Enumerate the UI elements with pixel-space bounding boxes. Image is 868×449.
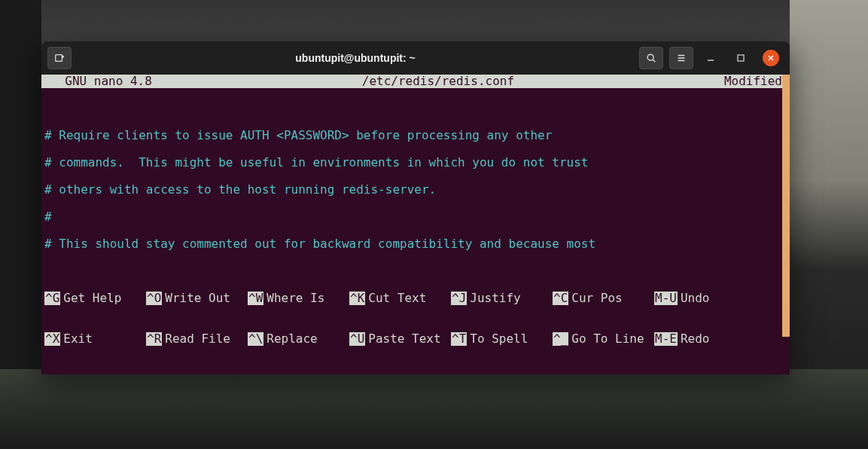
svg-line-4 <box>653 60 655 62</box>
comment-line: # others with access to the host running… <box>44 183 787 197</box>
sc-to-spell: ^TTo Spell <box>451 332 553 346</box>
nano-status: Modified <box>724 75 788 88</box>
editor-content[interactable]: # Require clients to issue AUTH <PASSWOR… <box>41 88 790 264</box>
nano-shortcuts: ^GGet Help ^OWrite Out ^WWhere Is ^KCut … <box>41 264 790 374</box>
terminal-body[interactable]: GNU nano 4.8 /etc/redis/redis.conf Modif… <box>41 75 790 374</box>
maximize-button[interactable] <box>732 50 749 66</box>
comment-line: # Require clients to issue AUTH <PASSWOR… <box>44 129 787 142</box>
svg-point-3 <box>647 54 653 60</box>
nano-header: GNU nano 4.8 /etc/redis/redis.conf Modif… <box>41 75 790 88</box>
close-button[interactable] <box>763 50 779 66</box>
new-tab-button[interactable] <box>47 47 72 69</box>
sc-paste-text: ^UPaste Text <box>349 332 451 346</box>
svg-rect-9 <box>738 55 744 61</box>
hamburger-menu-button[interactable] <box>669 47 693 69</box>
shortcut-row-1: ^GGet Help ^OWrite Out ^WWhere Is ^KCut … <box>44 292 787 305</box>
sc-replace: ^\Replace <box>248 332 349 346</box>
terminal-window: ubuntupit@ubuntupit: ~ <box>41 41 790 374</box>
titlebar: ubuntupit@ubuntupit: ~ <box>41 41 790 75</box>
comment-line: # <box>44 210 787 224</box>
shortcut-row-2: ^XExit ^RRead File ^\Replace ^UPaste Tex… <box>44 332 787 346</box>
sc-redo: M-ERedo <box>654 332 714 346</box>
sc-where-is: ^WWhere Is <box>248 292 349 305</box>
scrollbar-thumb[interactable] <box>782 75 790 337</box>
svg-rect-0 <box>56 55 62 62</box>
nano-filename: /etc/redis/redis.conf <box>152 75 724 88</box>
sc-read-file: ^RRead File <box>146 332 248 346</box>
window-title: ubuntupit@ubuntupit: ~ <box>78 52 633 64</box>
sc-write-out: ^OWrite Out <box>146 292 248 305</box>
comment-line: # This should stay commented out for bac… <box>44 237 787 251</box>
sc-justify: ^JJustify <box>451 292 553 305</box>
sc-exit: ^XExit <box>44 332 146 346</box>
sc-cur-pos: ^CCur Pos <box>553 292 654 305</box>
sc-cut-text: ^KCut Text <box>349 292 451 305</box>
nano-app-name: GNU nano 4.8 <box>43 75 152 88</box>
sc-go-to-line: ^_Go To Line <box>553 332 654 346</box>
sc-get-help: ^GGet Help <box>44 292 146 305</box>
search-button[interactable] <box>639 47 663 69</box>
sc-undo: M-UUndo <box>654 292 714 305</box>
comment-line: # commands. This might be useful in envi… <box>44 156 787 170</box>
minimize-button[interactable] <box>702 50 719 66</box>
wallpaper-bottom <box>0 369 868 449</box>
